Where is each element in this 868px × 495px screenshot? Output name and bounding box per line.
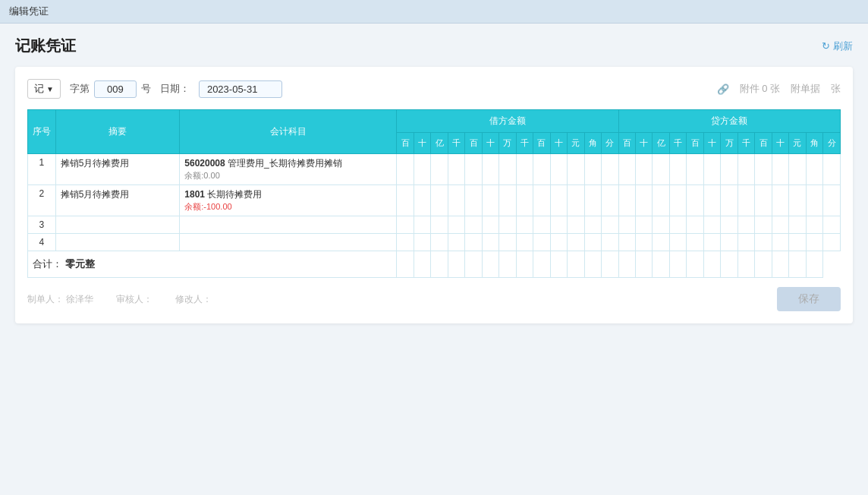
credit-digit-6[interactable] xyxy=(703,216,720,234)
credit-digit-1[interactable] xyxy=(618,234,635,251)
credit-digit-11[interactable] xyxy=(789,234,806,251)
row-account[interactable] xyxy=(180,234,397,251)
row-account[interactable] xyxy=(180,216,397,234)
debit-digit-3[interactable] xyxy=(431,185,448,216)
debit-digit-9[interactable] xyxy=(533,216,550,234)
debit-digit-10[interactable] xyxy=(550,234,567,251)
debit-digit-1[interactable] xyxy=(397,216,414,234)
credit-digit-5[interactable] xyxy=(687,185,703,216)
debit-digit-2[interactable] xyxy=(414,234,430,251)
credit-digit-6[interactable] xyxy=(703,234,720,251)
table-row[interactable]: 4 xyxy=(28,234,841,251)
credit-digit-2[interactable] xyxy=(635,185,652,216)
debit-digit-9[interactable] xyxy=(533,154,550,185)
credit-digit-1[interactable] xyxy=(618,185,635,216)
debit-digit-11[interactable] xyxy=(568,154,584,185)
credit-digit-12[interactable] xyxy=(806,185,822,216)
debit-digit-5[interactable] xyxy=(465,185,482,216)
credit-digit-10[interactable] xyxy=(772,154,788,185)
credit-digit-11[interactable] xyxy=(789,154,806,185)
credit-digit-5[interactable] xyxy=(687,234,703,251)
credit-digit-9[interactable] xyxy=(755,216,772,234)
debit-digit-7[interactable] xyxy=(499,185,516,216)
credit-digit-6[interactable] xyxy=(703,154,720,185)
debit-digit-12[interactable] xyxy=(584,234,601,251)
debit-digit-6[interactable] xyxy=(482,185,498,216)
debit-digit-12[interactable] xyxy=(584,154,601,185)
debit-digit-4[interactable] xyxy=(448,185,464,216)
credit-digit-1[interactable] xyxy=(618,154,635,185)
debit-digit-8[interactable] xyxy=(516,234,533,251)
debit-digit-6[interactable] xyxy=(482,154,498,185)
credit-digit-6[interactable] xyxy=(703,185,720,216)
debit-digit-10[interactable] xyxy=(550,185,567,216)
credit-digit-4[interactable] xyxy=(669,234,686,251)
debit-digit-1[interactable] xyxy=(397,234,414,251)
credit-digit-12[interactable] xyxy=(806,154,822,185)
credit-digit-11[interactable] xyxy=(789,216,806,234)
save-button[interactable]: 保存 xyxy=(777,287,841,311)
credit-digit-9[interactable] xyxy=(755,185,772,216)
table-row[interactable]: 1摊销5月待摊费用56020008 管理费用_长期待摊费用摊销余额:0.00 xyxy=(28,154,841,185)
row-account[interactable]: 1801 长期待摊费用余额:-100.00 xyxy=(180,185,397,216)
debit-digit-8[interactable] xyxy=(516,185,533,216)
credit-digit-8[interactable] xyxy=(737,154,754,185)
debit-digit-8[interactable] xyxy=(516,154,533,185)
row-account[interactable]: 56020008 管理费用_长期待摊费用摊销余额:0.00 xyxy=(180,154,397,185)
attach-count[interactable]: 附件 0 张 xyxy=(740,82,780,96)
debit-digit-11[interactable] xyxy=(568,216,584,234)
debit-digit-1[interactable] xyxy=(397,185,414,216)
credit-digit-13[interactable] xyxy=(823,185,841,216)
credit-digit-10[interactable] xyxy=(772,234,788,251)
credit-digit-3[interactable] xyxy=(653,185,669,216)
credit-digit-13[interactable] xyxy=(823,234,841,251)
debit-digit-12[interactable] xyxy=(584,216,601,234)
debit-digit-13[interactable] xyxy=(602,154,618,185)
credit-digit-8[interactable] xyxy=(737,234,754,251)
debit-digit-5[interactable] xyxy=(465,234,482,251)
row-summary[interactable]: 摊销5月待摊费用 xyxy=(55,154,180,185)
debit-digit-3[interactable] xyxy=(431,234,448,251)
credit-digit-3[interactable] xyxy=(653,154,669,185)
debit-digit-12[interactable] xyxy=(584,185,601,216)
debit-digit-5[interactable] xyxy=(465,216,482,234)
credit-digit-10[interactable] xyxy=(772,185,788,216)
credit-digit-11[interactable] xyxy=(789,185,806,216)
credit-digit-1[interactable] xyxy=(618,216,635,234)
refresh-button[interactable]: ↻ 刷新 xyxy=(822,39,853,53)
credit-digit-12[interactable] xyxy=(806,216,822,234)
credit-digit-5[interactable] xyxy=(687,154,703,185)
credit-digit-7[interactable] xyxy=(721,185,737,216)
credit-digit-8[interactable] xyxy=(737,185,754,216)
debit-digit-2[interactable] xyxy=(414,154,430,185)
credit-digit-5[interactable] xyxy=(687,216,703,234)
debit-digit-11[interactable] xyxy=(568,234,584,251)
row-summary[interactable] xyxy=(55,234,180,251)
debit-digit-8[interactable] xyxy=(516,216,533,234)
table-row[interactable]: 3 xyxy=(28,216,841,234)
credit-digit-4[interactable] xyxy=(669,216,686,234)
credit-digit-12[interactable] xyxy=(806,234,822,251)
voucher-type-button[interactable]: 记 ▼ xyxy=(27,79,61,99)
debit-digit-6[interactable] xyxy=(482,234,498,251)
debit-digit-7[interactable] xyxy=(499,154,516,185)
credit-digit-9[interactable] xyxy=(755,154,772,185)
credit-digit-3[interactable] xyxy=(653,234,669,251)
attach-document-link[interactable]: 附单据 xyxy=(791,82,820,96)
credit-digit-7[interactable] xyxy=(721,154,737,185)
credit-digit-2[interactable] xyxy=(635,234,652,251)
debit-digit-4[interactable] xyxy=(448,216,464,234)
credit-digit-8[interactable] xyxy=(737,216,754,234)
credit-digit-7[interactable] xyxy=(721,234,737,251)
debit-digit-13[interactable] xyxy=(602,234,618,251)
credit-digit-9[interactable] xyxy=(755,234,772,251)
credit-digit-4[interactable] xyxy=(669,154,686,185)
debit-digit-10[interactable] xyxy=(550,216,567,234)
debit-digit-2[interactable] xyxy=(414,185,430,216)
credit-digit-7[interactable] xyxy=(721,216,737,234)
debit-digit-9[interactable] xyxy=(533,234,550,251)
date-input[interactable] xyxy=(199,80,282,98)
debit-digit-13[interactable] xyxy=(602,185,618,216)
debit-digit-13[interactable] xyxy=(602,216,618,234)
debit-digit-3[interactable] xyxy=(431,154,448,185)
